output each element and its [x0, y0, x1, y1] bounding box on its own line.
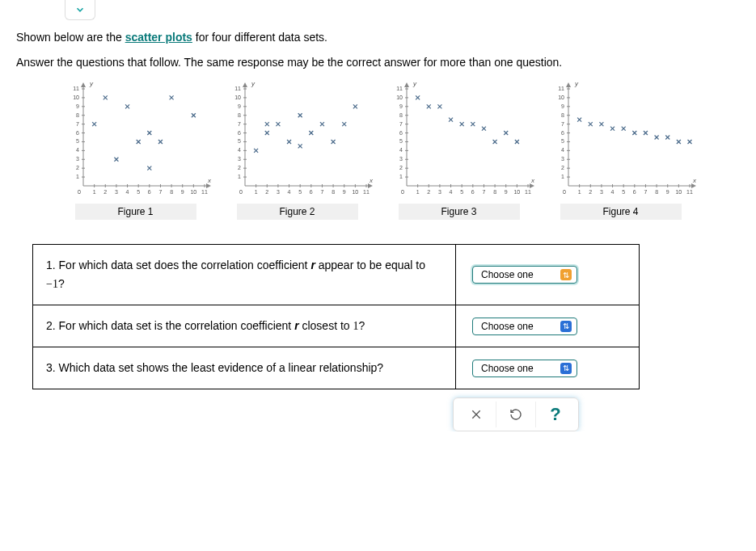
svg-text:3: 3: [599, 189, 602, 195]
table-row: 2. For which data set is the correlation…: [33, 305, 640, 347]
svg-marker-73: [243, 82, 247, 87]
svg-text:5: 5: [298, 189, 302, 195]
answer-2-cell: Choose one ⇅: [456, 305, 640, 347]
reset-button[interactable]: [496, 402, 536, 427]
svg-text:7: 7: [482, 189, 485, 195]
svg-text:4: 4: [610, 189, 614, 195]
close-icon: [470, 408, 483, 421]
svg-text:2: 2: [238, 165, 241, 170]
svg-text:1: 1: [399, 174, 403, 179]
svg-text:0: 0: [563, 189, 566, 195]
clear-button[interactable]: [457, 402, 496, 427]
q2-text-post: closest to: [299, 319, 353, 332]
q1-text-post: appear to be equal to: [315, 259, 425, 271]
figure-1-wrap: 123456789101101234567891011yx Figure 1: [55, 81, 217, 220]
undo-icon: [509, 408, 522, 421]
answer-1-cell: Choose one ⇅: [456, 245, 640, 305]
intro-paragraph: Shown below are the scatter plots for fo…: [16, 27, 740, 48]
svg-text:x: x: [369, 177, 374, 184]
svg-text:3: 3: [76, 156, 79, 162]
svg-text:x: x: [692, 177, 697, 184]
updown-icon: ⇅: [560, 363, 572, 374]
figure-4-label: Figure 4: [560, 204, 682, 220]
svg-text:y: y: [251, 81, 256, 87]
svg-text:11: 11: [525, 189, 531, 195]
scatter-plots-link[interactable]: scatter plots: [125, 31, 192, 44]
intro-line2: Answer the questions that follow. The sa…: [16, 52, 740, 74]
svg-text:2: 2: [589, 189, 592, 195]
svg-text:10: 10: [352, 189, 358, 195]
svg-text:6: 6: [399, 130, 403, 136]
svg-text:3: 3: [238, 156, 241, 162]
answer-3-select[interactable]: Choose one ⇅: [472, 360, 577, 377]
figure-2-chart: 123456789101101234567891011yx: [221, 81, 374, 202]
answer-1-select[interactable]: Choose one ⇅: [472, 266, 577, 284]
svg-text:y: y: [89, 81, 94, 87]
q1-text-pre: 1. For which data set does the correlati…: [46, 259, 310, 271]
updown-icon: ⇅: [560, 269, 572, 280]
svg-text:8: 8: [76, 112, 79, 118]
svg-text:9: 9: [665, 189, 669, 195]
svg-text:11: 11: [73, 86, 79, 91]
svg-text:7: 7: [399, 121, 403, 127]
collapse-toggle[interactable]: [65, 0, 95, 20]
svg-text:5: 5: [238, 139, 241, 145]
updown-icon: ⇅: [560, 321, 572, 332]
svg-text:4: 4: [125, 189, 129, 195]
svg-text:8: 8: [332, 189, 335, 195]
svg-text:4: 4: [287, 189, 290, 195]
svg-text:10: 10: [396, 95, 403, 100]
svg-text:9: 9: [561, 103, 564, 109]
svg-text:6: 6: [309, 189, 312, 195]
question-3: 3. Which data set shows the least eviden…: [33, 347, 456, 389]
svg-text:11: 11: [363, 189, 370, 195]
svg-text:5: 5: [622, 189, 625, 195]
svg-text:11: 11: [686, 189, 693, 195]
figure-4-chart: 123456789101101234567891011yx: [544, 81, 698, 202]
svg-text:10: 10: [234, 95, 241, 100]
svg-text:6: 6: [147, 189, 150, 195]
svg-text:6: 6: [238, 130, 241, 136]
svg-text:8: 8: [170, 189, 173, 195]
svg-text:5: 5: [561, 139, 564, 145]
select-text: Choose one: [481, 363, 534, 374]
svg-marker-219: [566, 82, 571, 87]
intro-post: for four different data sets.: [192, 31, 327, 44]
answer-2-select[interactable]: Choose one ⇅: [472, 318, 577, 335]
figure-4-wrap: 123456789101101234567891011yx Figure 4: [540, 81, 702, 220]
intro-pre: Shown below are the: [16, 31, 125, 44]
question-2: 2. For which data set is the correlation…: [33, 305, 456, 347]
svg-text:4: 4: [449, 189, 452, 195]
svg-text:9: 9: [180, 189, 184, 195]
svg-text:10: 10: [513, 189, 520, 195]
svg-text:11: 11: [201, 189, 208, 195]
svg-text:8: 8: [561, 112, 564, 118]
svg-text:0: 0: [401, 189, 404, 195]
svg-text:3: 3: [561, 156, 564, 162]
svg-text:7: 7: [76, 121, 79, 127]
svg-text:1: 1: [577, 189, 581, 195]
help-button[interactable]: ?: [536, 402, 575, 427]
svg-marker-2: [81, 82, 86, 87]
charts-row: 123456789101101234567891011yx Figure 1 1…: [16, 81, 740, 220]
table-row: 3. Which data set shows the least eviden…: [33, 347, 640, 389]
answer-3-cell: Choose one ⇅: [456, 347, 640, 389]
svg-text:5: 5: [76, 139, 79, 145]
svg-text:1: 1: [92, 189, 95, 195]
figure-2-wrap: 123456789101101234567891011yx Figure 2: [217, 81, 378, 220]
figure-3-chart: 123456789101101234567891011yx: [382, 81, 536, 202]
svg-text:1: 1: [416, 189, 419, 195]
svg-text:9: 9: [504, 189, 507, 195]
svg-text:7: 7: [561, 121, 564, 127]
svg-text:5: 5: [460, 189, 463, 195]
svg-text:x: x: [530, 177, 535, 184]
svg-text:2: 2: [427, 189, 430, 195]
svg-text:6: 6: [561, 130, 564, 136]
svg-text:0: 0: [239, 189, 243, 195]
svg-marker-148: [404, 82, 409, 87]
svg-text:2: 2: [103, 189, 107, 195]
q1-end: ?: [58, 277, 65, 290]
svg-text:5: 5: [137, 189, 140, 195]
svg-text:2: 2: [76, 165, 79, 170]
svg-text:7: 7: [644, 189, 647, 195]
